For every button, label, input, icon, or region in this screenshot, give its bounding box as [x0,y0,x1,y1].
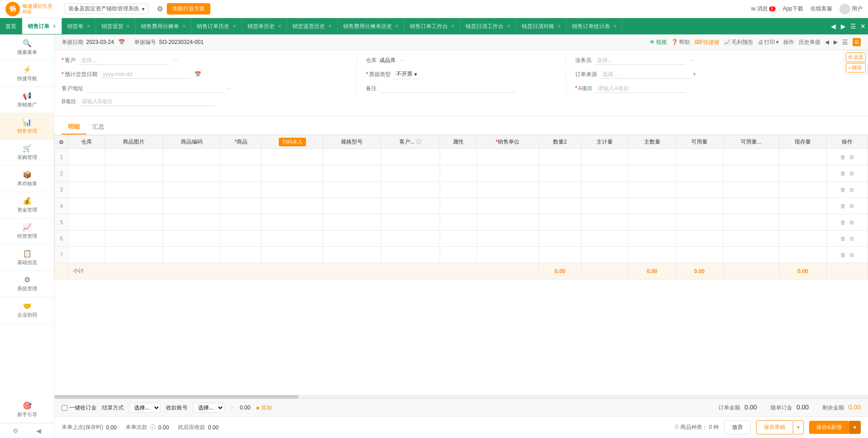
row-customer-code[interactable] [381,149,440,165]
tab-sales-bill[interactable]: 销货单 × [62,18,96,34]
row-product[interactable] [221,149,262,165]
tab-bill-history[interactable]: 销货单历史 × [242,18,287,34]
salesperson-input[interactable] [594,56,685,65]
view-list-icon[interactable]: ☰ [842,39,848,46]
tab-cash-workbench[interactable]: 钱货日清工作台 × [460,18,516,34]
tab-close-icon[interactable]: × [278,23,281,29]
sidebar-item-guide[interactable]: 🎯 新手引导 [0,397,54,423]
customer-input[interactable] [78,56,169,65]
row-warehouse[interactable] [68,165,105,182]
warehouse-more-icon[interactable]: ··· [400,57,405,63]
row-spec[interactable] [323,149,381,165]
discard-button[interactable]: 放弃 [724,420,751,434]
sidebar-item-marketing[interactable]: 📢 营销推广 [0,87,54,113]
tab-cash-reconcile[interactable]: 钱货日清对账 × [516,18,567,34]
tab-order-history[interactable]: 销售订单历史 × [191,18,242,34]
row-warehouse[interactable] [68,149,105,165]
nav-next-icon[interactable]: ▶ [834,39,838,45]
sidebar-item-stock[interactable]: 📦 库存核算 [0,166,54,192]
row-unit[interactable] [476,149,538,165]
sidebar-item-nav[interactable]: ⚡ 快捷导航 [0,61,54,87]
sidebar-item-finance[interactable]: 💰 资金管理 [0,192,54,218]
order-source-input[interactable] [600,70,690,79]
tab-close-icon[interactable]: × [182,23,185,29]
remark-input[interactable] [379,84,515,93]
scan-button[interactable]: 扫码录入 [279,138,306,146]
b-project-input[interactable] [79,97,215,106]
row-code[interactable] [163,149,221,165]
row-customer-code[interactable] [381,165,440,182]
row-unit[interactable] [476,165,538,182]
account-select[interactable]: 选择... [193,403,224,413]
operate-btn[interactable]: 操作 [783,39,794,46]
tab-return-history[interactable]: 销货退货历史 × [287,18,337,34]
delete-icon[interactable]: 🗑 [840,219,846,226]
row-code[interactable] [163,182,221,198]
sidebar-item-search[interactable]: 🔍 搜索菜单 [0,34,54,61]
address-more-icon[interactable]: ··· [227,85,231,91]
save-new-button[interactable]: 保存&新增 [809,421,849,434]
tab-close-icon[interactable]: × [329,23,332,29]
tab-close-icon[interactable]: × [53,23,56,29]
tab-detail[interactable]: 明细 [62,120,86,135]
tab-close-icon[interactable]: × [613,23,616,29]
col-settings[interactable]: ⚙ [55,135,68,149]
row-main-qty[interactable] [629,149,676,165]
salesperson-more-icon[interactable]: ··· [689,57,694,63]
row-product[interactable] [221,182,262,198]
row-product[interactable] [221,165,262,182]
save-new-dropdown-button[interactable]: ▼ [849,421,861,434]
sidebar-item-basic[interactable]: 📋 基础信息 [0,245,54,271]
row-main-qty[interactable] [629,165,676,182]
delete-icon[interactable]: 🗑 [840,170,846,177]
online-service-btn[interactable]: 在线客服 [810,5,832,13]
one-click-checkbox[interactable]: 一键收订金 [62,404,97,412]
copy-icon[interactable]: ⊞ [849,154,854,160]
sidebar-item-sales[interactable]: 📊 销售管理 [0,113,54,140]
nav-menu-icon[interactable]: ☰ [848,18,858,34]
account-more-icon[interactable]: ··· [230,404,234,411]
scroll-thumb[interactable] [54,395,299,399]
delivery-input[interactable] [100,70,191,79]
tab-home[interactable]: 首页 [0,18,22,34]
row-attribute[interactable] [440,165,477,182]
float-logistics-btn[interactable]: + 物流 [846,63,866,72]
sidebar-item-system[interactable]: ⚙ 系统管理 [0,271,54,297]
view-grid-icon[interactable]: ⊞ [853,38,861,46]
save-draft-dropdown-button[interactable]: ▼ [793,420,804,434]
customer-more-icon[interactable]: ··· [174,57,178,63]
history-btn[interactable]: 历史单据 [799,39,820,46]
row-spec[interactable] [323,165,381,182]
solution-button[interactable]: 体验行业方案 [167,3,210,14]
system-selector[interactable]: 装备及固定资产辅助管理系统 ▾ [64,4,149,14]
tab-summary[interactable]: 汇总 [86,120,111,135]
add-btn[interactable]: ● 添加 [256,404,272,412]
delete-icon[interactable]: 🗑 [840,203,846,209]
print-btn[interactable]: 🖨 打印 ▾ [758,39,779,46]
tab-close-icon[interactable]: × [395,23,398,29]
view-btn[interactable]: 👁 视频 [650,39,667,46]
tab-close-icon[interactable]: × [507,23,510,29]
tab-close-icon[interactable]: × [87,23,90,29]
ticket-select[interactable]: 不开票 ▾ [393,69,420,79]
help-btn[interactable]: ❓ 帮助 [671,39,690,46]
row-qty2[interactable] [538,165,581,182]
tab-close-icon[interactable]: × [558,23,561,29]
sidebar-item-management[interactable]: 📈 经营管理 [0,218,54,245]
date-picker-icon[interactable]: 📅 [118,39,125,45]
float-settings-btn[interactable]: ⚙ 设置 [846,53,866,62]
calendar-icon[interactable]: 📅 [194,71,201,77]
copy-icon[interactable]: ⊞ [849,170,854,177]
tab-close-icon[interactable]: × [451,23,454,29]
address-input[interactable] [86,84,222,93]
user-avatar[interactable]: 用户 [839,4,863,14]
copy-icon[interactable]: ⊞ [849,252,854,258]
order-source-dropdown-icon[interactable]: ▾ [693,71,696,77]
tab-order-workbench[interactable]: 销售订单工作台 × [404,18,460,34]
tab-sales-fee[interactable]: 销售费用分摊单 × [136,18,191,34]
shortcut-btn[interactable]: ⌨ 快捷键 [694,39,719,46]
a-project-input[interactable] [595,84,686,93]
app-download-btn[interactable]: App下载 [783,5,803,13]
sidebar-collapse-icon[interactable]: ◀ [36,427,41,434]
row-qty2[interactable] [538,149,581,165]
